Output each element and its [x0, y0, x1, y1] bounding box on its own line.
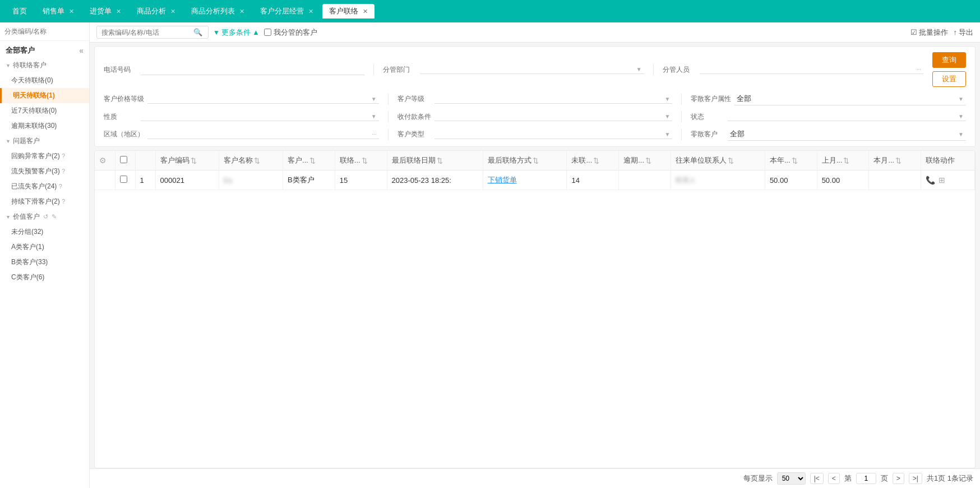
row-checkbox[interactable]: [120, 176, 127, 183]
nav-home[interactable]: 首页: [6, 4, 34, 19]
filter-status-select[interactable]: ▼: [728, 112, 966, 121]
filter-price-select[interactable]: ▼: [147, 95, 379, 104]
filter-region-select[interactable]: ···: [147, 130, 379, 139]
sidebar-search-input[interactable]: [4, 27, 89, 35]
nav-tab-analysis-list[interactable]: 商品分析列表 ✕: [184, 4, 251, 19]
query-button[interactable]: 查询: [932, 52, 966, 68]
sidebar-item-lost[interactable]: 已流失客户(24) ?: [0, 179, 89, 194]
phone-action-icon[interactable]: 📞: [926, 176, 935, 185]
filter-cust-type-select[interactable]: ▼: [434, 130, 673, 139]
filter-payment-label: 收付款条件: [397, 112, 431, 122]
nav-tab-customer-contact[interactable]: 客户联络 ✕: [322, 4, 375, 19]
col-not-contacted[interactable]: 未联...⇅: [567, 151, 619, 171]
more-filter-button[interactable]: ▼ 更多条件 ▲: [213, 27, 260, 38]
filter-retail-attr-select[interactable]: 全部 ▼: [734, 93, 966, 105]
all-customers-header[interactable]: 全部客户 «: [0, 41, 89, 58]
next-page-button[interactable]: >: [893, 473, 904, 484]
filter-manager-label: 分管人员: [663, 65, 696, 75]
filter-phone-input[interactable]: [141, 65, 364, 75]
nav-tab-sales[interactable]: 销售单 ✕: [36, 4, 81, 19]
cell-contact: 15: [335, 171, 387, 190]
filter-row-3: 性质 ▼ 收付款条件 ▼ 状态: [104, 111, 966, 122]
per-page-label: 每页显示: [743, 473, 773, 484]
chevron-down-icon9: ▼: [664, 131, 670, 137]
close-analysis-list-tab-icon[interactable]: ✕: [239, 8, 244, 15]
col-checkbox[interactable]: [115, 151, 135, 171]
sidebar-group-value[interactable]: 价值客户 ↺ ✎: [0, 209, 89, 224]
filter-payment-select[interactable]: ▼: [434, 112, 673, 121]
col-last-month[interactable]: 上月...⇅: [817, 151, 869, 171]
my-customer-checkbox-area[interactable]: 我分管的客户: [264, 27, 317, 38]
close-analysis-tab-icon[interactable]: ✕: [170, 8, 175, 15]
cell-not-contacted: 14: [567, 171, 619, 190]
filter-cust-level-select[interactable]: ▼: [434, 95, 673, 104]
divider6: [681, 111, 682, 122]
col-company-contact[interactable]: 往来单位联系人⇅: [671, 151, 765, 171]
col-customer-type[interactable]: 客户...⇅: [283, 151, 335, 171]
filter-retail-select[interactable]: 全部 ▼: [728, 128, 966, 141]
sidebar-item-repurchase[interactable]: 回购异常客户(2) ?: [0, 149, 89, 164]
last-method-link[interactable]: 下销货单: [488, 176, 517, 184]
filter-retail-label: 零散客户: [691, 130, 724, 139]
filter-nature-select[interactable]: ▼: [141, 112, 379, 121]
divider3: [388, 94, 389, 105]
settings-icon[interactable]: ⚙: [99, 156, 107, 165]
sidebar-item-today[interactable]: 今天待联络(0): [0, 73, 89, 88]
col-customer-name[interactable]: 客户名称⇅: [219, 151, 283, 171]
main-search-icon[interactable]: 🔍: [193, 28, 202, 36]
cell-action: 📞 ⊞: [921, 171, 975, 190]
col-settings[interactable]: ⚙: [95, 151, 115, 171]
filter-status: 状态 ▼: [691, 112, 966, 122]
filter-price-level: 客户价格等级 ▼: [104, 94, 379, 104]
nav-tab-customer-tier[interactable]: 客户分层经营 ✕: [253, 4, 320, 19]
sidebar-item-declining[interactable]: 持续下滑客户(2) ?: [0, 194, 89, 209]
sidebar-item-typeA[interactable]: A类客户(1): [0, 240, 89, 255]
batch-operation-button[interactable]: ☑ 批量操作: [910, 27, 948, 38]
sidebar-item-overdue[interactable]: 逾期未联络(30): [0, 118, 89, 133]
col-this-month[interactable]: 本月...⇅: [869, 151, 921, 171]
sidebar-item-week[interactable]: 近7天待联络(0): [0, 103, 89, 118]
close-purchase-tab-icon[interactable]: ✕: [116, 8, 121, 15]
filter-row-4: 区域（地区） ··· 客户类型 ▼ 零散客户: [104, 128, 966, 141]
sidebar-item-churn[interactable]: 流失预警客户(3) ?: [0, 164, 89, 179]
prev-page-button[interactable]: <: [828, 473, 840, 484]
sidebar-item-typeB[interactable]: B类客户(33): [0, 255, 89, 270]
main-layout: 🔍 全部客户 « 待联络客户 今天待联络(0) 明天待联络(1) 近7天待联络(…: [0, 22, 980, 488]
page-suffix: 页: [881, 473, 888, 484]
col-action: 联络动作: [921, 151, 975, 171]
col-overdue[interactable]: 逾期...⇅: [619, 151, 671, 171]
sidebar-item-ungrouped[interactable]: 未分组(32): [0, 224, 89, 240]
sidebar-group-pending[interactable]: 待联络客户: [0, 58, 89, 73]
col-customer-code[interactable]: 客户编码⇅: [155, 151, 219, 171]
col-this-year[interactable]: 本年...⇅: [765, 151, 817, 171]
sidebar-item-typeC[interactable]: C类客户(6): [0, 270, 89, 285]
page-number-input[interactable]: [856, 473, 876, 484]
nav-tab-analysis[interactable]: 商品分析 ✕: [130, 4, 182, 19]
select-all-checkbox[interactable]: [120, 156, 127, 163]
filter-manager-select[interactable]: ···: [700, 65, 923, 74]
close-customer-tier-tab-icon[interactable]: ✕: [308, 8, 313, 15]
per-page-select[interactable]: 50 100 200: [777, 472, 806, 485]
collapse-icon[interactable]: «: [79, 46, 84, 55]
grid-action-icon[interactable]: ⊞: [939, 176, 945, 185]
col-contact[interactable]: 联络...⇅: [335, 151, 387, 171]
col-last-contact-method[interactable]: 最后联络方式⇅: [483, 151, 567, 171]
first-page-button[interactable]: |<: [810, 473, 824, 484]
nav-tab-purchase[interactable]: 进货单 ✕: [83, 4, 128, 19]
filter-department: 分管部门 ▼: [383, 65, 644, 75]
reset-button[interactable]: 设置: [932, 71, 966, 87]
close-sales-tab-icon[interactable]: ✕: [69, 8, 74, 15]
last-page-button[interactable]: >|: [909, 473, 922, 484]
cell-checkbox[interactable]: [115, 171, 135, 190]
col-last-contact-date[interactable]: 最后联络日期⇅: [387, 151, 483, 171]
my-customer-checkbox[interactable]: [264, 29, 271, 36]
close-customer-contact-tab-icon[interactable]: ✕: [363, 8, 368, 15]
sidebar-group-problem[interactable]: 问题客户: [0, 133, 89, 149]
sidebar-item-tomorrow[interactable]: 明天待联络(1): [0, 88, 89, 103]
chevron-down-icon8: ▼: [958, 113, 964, 119]
filter-dept-select[interactable]: ▼: [420, 65, 644, 74]
main-search-input[interactable]: [101, 29, 191, 36]
main-search-box[interactable]: 🔍: [96, 26, 209, 39]
export-button[interactable]: ↑ 导出: [954, 27, 974, 38]
checkbox-icon: ☑: [910, 28, 917, 36]
